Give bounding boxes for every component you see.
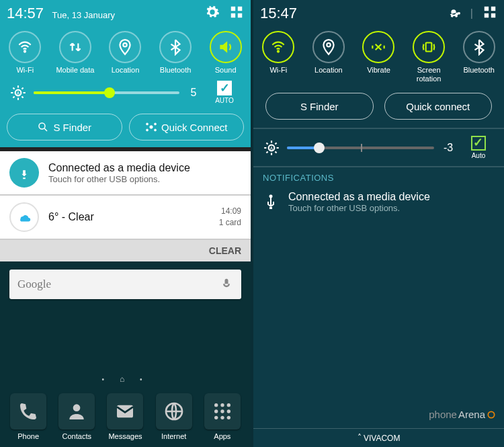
rotation-icon [413, 31, 445, 63]
notification-title: Connected as a media device [288, 191, 430, 203]
watermark-icon [487, 410, 496, 419]
mobiledata-icon [59, 31, 91, 63]
svg-point-12 [146, 129, 149, 131]
right-screenshot: 15:47 | Wi-Fi Location Vibrate Screen ro… [253, 0, 504, 447]
contacts-icon [66, 401, 87, 422]
date: Tue, 13 January [52, 10, 115, 20]
status-bar: 15:47 | [253, 0, 504, 27]
internet-app[interactable]: Internet [153, 393, 195, 440]
usb-icon [9, 158, 39, 188]
phone-app[interactable]: Phone [7, 393, 49, 440]
mic-icon[interactable] [220, 278, 233, 291]
brightness-value: -3 [441, 142, 456, 154]
toggle-location[interactable]: Location [306, 31, 351, 83]
svg-point-14 [73, 404, 81, 411]
clear-button[interactable]: CLEAR [0, 240, 251, 261]
brightness-slider[interactable] [34, 91, 179, 94]
contacts-app[interactable]: Contacts [56, 393, 97, 440]
svg-point-23 [214, 416, 218, 419]
google-search-bar[interactable]: Google [9, 270, 241, 299]
s-finder-button[interactable]: S Finder [7, 114, 122, 140]
quick-settings: Wi-Fi Location Vibrate Screen rotation B… [253, 27, 504, 85]
toggle-label: Wi-Fi [16, 66, 34, 74]
notification-title: 6° - Clear [48, 211, 210, 223]
svg-point-21 [220, 409, 224, 413]
page-indicator: • ⌂ • [0, 374, 251, 384]
apps-icon [212, 401, 233, 422]
brightness-row: A -3 Auto [253, 129, 504, 166]
brightness-slider[interactable] [287, 147, 434, 149]
carrier-name: VIVACOM [364, 434, 400, 443]
notification-weather[interactable]: 6° - Clear 14:09 1 card [0, 196, 251, 240]
svg-point-18 [220, 403, 224, 407]
toggle-rotation[interactable]: Screen rotation [406, 31, 452, 83]
toggle-sound[interactable]: Sound [203, 31, 249, 74]
svg-rect-29 [491, 13, 495, 17]
usb-icon [263, 194, 279, 210]
wifi-icon [262, 31, 294, 63]
grid-icon[interactable] [229, 5, 244, 22]
clock: 14:57 [7, 5, 44, 22]
home-screen: Google • ⌂ • Phone Contacts Messages Int… [0, 261, 251, 447]
svg-rect-36 [269, 207, 272, 209]
clock: 15:47 [260, 5, 297, 22]
vibrate-icon [362, 31, 394, 63]
svg-rect-1 [238, 7, 242, 11]
status-bar: 14:57 Tue, 13 January [0, 0, 251, 27]
brightness-row: A 5 AUTO [0, 75, 251, 110]
brightness-icon: A [263, 139, 280, 157]
carrier-row[interactable]: ˄ VIVACOM [253, 428, 504, 447]
svg-point-31 [327, 43, 330, 46]
weather-icon [9, 202, 39, 232]
quick-settings: Wi-Fi Mobile data Location Bluetooth Sou… [0, 27, 251, 75]
google-logo: Google [17, 278, 51, 291]
svg-point-9 [150, 126, 153, 129]
svg-point-25 [227, 416, 230, 419]
toggle-wifi[interactable]: Wi-Fi [255, 31, 301, 83]
quick-connect-button[interactable]: Quick connect [384, 93, 493, 120]
apps-app[interactable]: Apps [202, 393, 243, 440]
notification-usb[interactable]: Connected as a media device Touch for ot… [253, 184, 504, 220]
notification-usb[interactable]: Connected as a media device Touch for ot… [0, 151, 251, 196]
grid-icon[interactable] [482, 5, 497, 22]
dock: Phone Contacts Messages Internet Apps [0, 393, 251, 447]
settings-icon[interactable] [205, 5, 220, 22]
svg-point-5 [124, 43, 127, 46]
notification-subtitle: Touch for other USB options. [288, 203, 430, 213]
sfinder-quickconnect-row: S Finder Quick connect [253, 85, 504, 128]
svg-rect-28 [485, 13, 489, 17]
toggle-wifi[interactable]: Wi-Fi [2, 31, 48, 74]
svg-rect-3 [238, 13, 242, 17]
toggle-label: Sound [215, 66, 237, 74]
toggle-bluetooth[interactable]: Bluetooth [456, 31, 502, 83]
svg-text:A: A [270, 146, 274, 151]
svg-point-37 [488, 411, 494, 417]
toggle-bluetooth[interactable]: Bluetooth [153, 31, 198, 74]
toggle-vibrate[interactable]: Vibrate [355, 31, 401, 83]
notification-time: 14:09 [219, 206, 241, 217]
toggle-mobiledata[interactable]: Mobile data [52, 31, 98, 74]
messages-icon [114, 401, 136, 422]
s-finder-button[interactable]: S Finder [265, 93, 374, 120]
svg-rect-27 [491, 7, 495, 11]
checkbox-icon [217, 81, 232, 95]
messages-app[interactable]: Messages [104, 393, 146, 440]
toggle-label: Bluetooth [160, 66, 191, 74]
auto-brightness-toggle[interactable]: Auto [462, 136, 495, 159]
internet-icon [163, 401, 185, 422]
toggle-location[interactable]: Location [102, 31, 148, 74]
brightness-icon: A [9, 84, 27, 101]
svg-point-19 [227, 403, 230, 407]
quick-connect-button[interactable]: Quick Connect [129, 114, 245, 140]
notification-title: Connected as a media device [48, 162, 241, 174]
svg-point-30 [278, 50, 279, 52]
svg-point-13 [155, 129, 157, 131]
svg-rect-2 [231, 13, 235, 17]
settings-icon[interactable] [446, 5, 461, 22]
svg-point-10 [146, 123, 149, 125]
notification-subtitle: Touch for other USB options. [48, 174, 241, 184]
auto-brightness-toggle[interactable]: AUTO [208, 81, 241, 104]
location-icon [312, 31, 345, 63]
notification-extra: 1 card [219, 217, 241, 229]
toggle-label: Location [112, 66, 140, 74]
